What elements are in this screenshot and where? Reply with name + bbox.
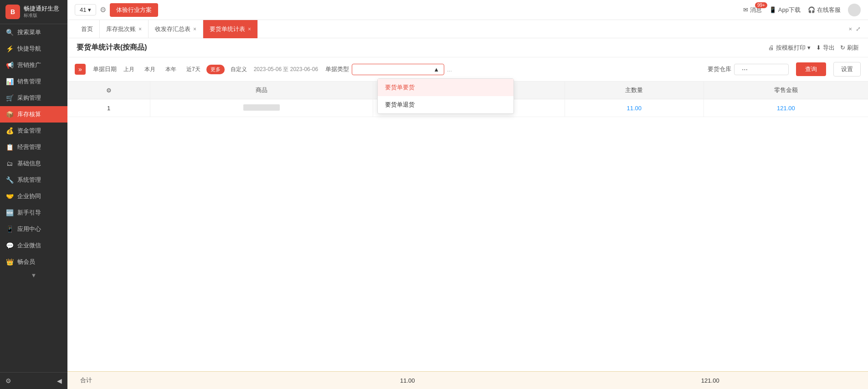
tab-home[interactable]: 首页 (75, 20, 100, 38)
row-quantity: 11.00 (565, 99, 704, 117)
warehouse-filter-label: 要货仓库 (708, 65, 731, 73)
sidebar-item-base-info[interactable]: 🗂 基础信息 (0, 155, 67, 172)
sales-icon: 📊 (5, 77, 14, 86)
logo-sub: 标准版 (24, 12, 59, 19)
export-btn[interactable]: ⬇ 导出 (816, 44, 835, 52)
sidebar-item-label: 企业微信 (17, 241, 41, 250)
collapse-icon[interactable]: ◀ (57, 377, 62, 384)
sidebar-item-weixin[interactable]: 💬 企业微信 (0, 237, 67, 254)
col-header-settings[interactable]: ⚙ (67, 82, 150, 99)
sidebar-item-operations[interactable]: 📋 经营管理 (0, 139, 67, 155)
sidebar-item-cooperation[interactable]: 🤝 企业协同 (0, 188, 67, 205)
filter-expand-btn[interactable]: » (75, 64, 86, 75)
sidebar-scroll-down[interactable]: ▼ (0, 270, 67, 281)
main-content: 41 ▾ ⚙ 体验行业方案 ✉ 消息 99+ 📱 App下载 🎧 在线客服 (67, 0, 868, 389)
search-icon: 🔍 (5, 28, 14, 36)
sidebar-item-label: 畅会员 (17, 258, 35, 266)
date-chip-custom[interactable]: 自定义 (226, 64, 251, 75)
tabs-right: × ⤢ (848, 26, 861, 32)
date-chip-last-month[interactable]: 上月 (119, 64, 139, 75)
type-select[interactable]: ▲ (352, 64, 444, 75)
tab-receive-summary[interactable]: 收发存汇总表× (149, 20, 203, 38)
date-chip-this-year[interactable]: 本年 (161, 64, 180, 75)
date-chip-7days[interactable]: 近7天 (182, 64, 205, 75)
sidebar-item-quick-nav[interactable]: ⚡ 快捷导航 (0, 41, 67, 57)
table-area: ⚙商品主计量单位主数量零售金额 1 块 11.00 121.00 合计 11.0… (67, 82, 868, 389)
sidebar-item-sales[interactable]: 📊 销售管理 (0, 73, 67, 90)
weixin-icon: 💬 (5, 241, 14, 250)
sidebar-item-purchase[interactable]: 🛒 采购管理 (0, 90, 67, 106)
export-icon: ⬇ (816, 44, 821, 51)
sidebar-item-label: 库存核算 (17, 110, 41, 118)
message-icon: ✉ (743, 6, 748, 13)
refresh-btn[interactable]: ↻ 刷新 (840, 44, 859, 52)
query-btn[interactable]: 查询 (796, 62, 826, 76)
date-chip-more[interactable]: 更多 (206, 65, 225, 74)
settings-btn[interactable]: 设置 (833, 62, 861, 77)
tab-requisition-stats[interactable]: 要货单统计表× (203, 20, 258, 38)
dropdown-item-requisition-return[interactable]: 要货单退货 (378, 96, 514, 113)
store-dropdown-icon: ▾ (88, 6, 91, 13)
sidebar-item-search[interactable]: 🔍 搜索菜单 (0, 24, 67, 41)
store-selector[interactable]: 41 ▾ (75, 4, 96, 15)
type-filter-group: 单据类型 ▲ ... (325, 64, 700, 75)
settings-icon[interactable]: ⚙ (5, 377, 11, 384)
app-download-btn[interactable]: 📱 App下载 (769, 6, 801, 14)
sidebar-item-label: 系统管理 (17, 176, 41, 184)
print-label: 按模板打印 (776, 44, 806, 52)
sidebar-item-system[interactable]: 🔧 系统管理 (0, 172, 67, 188)
sidebar: B 畅捷通好生意 标准版 🔍 搜索菜单 ⚡ 快捷导航 📢 营销推广 📊 销售管理… (0, 0, 67, 389)
sidebar-item-inventory[interactable]: 📦 库存核算 (0, 106, 67, 123)
topbar-gear-icon[interactable]: ⚙ (100, 5, 106, 14)
quantity-link[interactable]: 11.00 (627, 105, 642, 112)
phone-icon: 📱 (769, 6, 776, 13)
topbar-left: 41 ▾ ⚙ 体验行业方案 (75, 3, 738, 17)
headset-icon: 🎧 (808, 6, 815, 13)
type-more-btn[interactable]: ... (447, 66, 452, 73)
avatar[interactable] (848, 4, 861, 16)
date-filter-group: 单据日期 上月 本月 本年 近7天 更多 自定义 2023-05-06 至 20… (93, 64, 318, 75)
sidebar-item-finance[interactable]: 💰 资金管理 (0, 123, 67, 139)
sidebar-item-marketing[interactable]: 📢 营销推广 (0, 57, 67, 73)
warehouse-select[interactable]: ⋯ (734, 64, 789, 75)
sidebar-item-label: 企业协同 (17, 192, 41, 200)
tab-close-icon[interactable]: × (139, 26, 142, 32)
sidebar-item-label: 新手引导 (17, 209, 41, 217)
tab-inventory-batch[interactable]: 库存批次账× (100, 20, 149, 38)
messages-btn[interactable]: ✉ 消息 99+ (743, 6, 762, 14)
sidebar-item-vip[interactable]: 👑 畅会员 (0, 254, 67, 270)
export-label: 导出 (823, 44, 835, 52)
page-title: 要货单统计表(按商品) (77, 43, 147, 52)
sidebar-item-label: 资金管理 (17, 127, 41, 135)
trial-btn[interactable]: 体验行业方案 (110, 3, 158, 17)
date-filter-label: 单据日期 (93, 65, 117, 73)
topbar: 41 ▾ ⚙ 体验行业方案 ✉ 消息 99+ 📱 App下载 🎧 在线客服 (67, 0, 868, 20)
tab-close-icon[interactable]: × (248, 26, 251, 32)
type-filter-label: 单据类型 (325, 65, 349, 73)
print-dropdown-icon: ▾ (807, 44, 811, 51)
print-template-btn[interactable]: 🖨 按模板打印 ▾ (768, 44, 811, 52)
online-service-label: 在线客服 (817, 6, 841, 14)
sidebar-item-app-center[interactable]: 📱 应用中心 (0, 221, 67, 237)
dropdown-item-requisition-order[interactable]: 要货单要货 (378, 79, 514, 96)
tab-fullscreen-icon[interactable]: ⤢ (856, 26, 861, 32)
sidebar-item-label: 快捷导航 (17, 45, 41, 53)
type-select-input[interactable] (357, 66, 433, 73)
date-chips: 上月 本月 本年 近7天 更多 自定义 (119, 64, 251, 75)
amount-link[interactable]: 121.00 (777, 105, 795, 112)
sidebar-item-guide[interactable]: 🆕 新手引导 (0, 205, 67, 221)
type-dropdown: 要货单要货要货单退货 (377, 78, 514, 114)
warehouse-more-icon: ⋯ (742, 66, 748, 73)
date-chip-this-month[interactable]: 本月 (140, 64, 159, 75)
sidebar-item-label: 基础信息 (17, 159, 41, 168)
row-amount: 121.00 (704, 99, 868, 117)
tab-expand-icon[interactable]: × (848, 26, 852, 32)
sidebar-item-label: 销售管理 (17, 77, 41, 86)
print-icon: 🖨 (768, 44, 774, 51)
operations-icon: 📋 (5, 143, 14, 151)
tab-close-icon[interactable]: × (193, 26, 196, 32)
col-header-product: 商品 (150, 82, 373, 99)
online-service-btn[interactable]: 🎧 在线客服 (808, 6, 841, 14)
expand-icon: » (78, 66, 82, 73)
messages-count: 99+ (755, 2, 767, 8)
